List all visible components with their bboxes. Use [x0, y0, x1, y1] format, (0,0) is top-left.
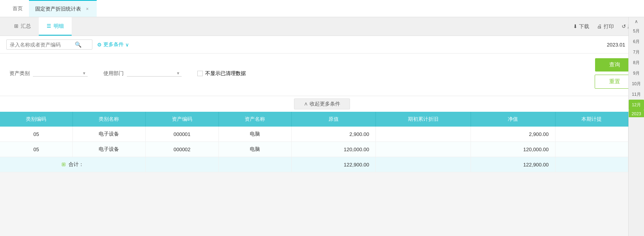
table-header-row: 类别编码 类别名称 资产编码 资产名称 原值 期初累计折旧 净值 本期计提	[0, 112, 628, 127]
total-current-provision	[555, 157, 628, 172]
collapse-row: ∧ 收起更多条件	[0, 96, 644, 112]
row2-current-provision	[555, 142, 628, 157]
sidebar-month-7[interactable]: 7月	[629, 47, 644, 57]
tab-detail[interactable]: ☰ 明细	[39, 17, 72, 36]
nav-tab-label: 固定资产折旧统计表	[35, 5, 81, 13]
nav-home[interactable]: 首页	[6, 0, 29, 17]
row1-current-provision	[555, 127, 628, 142]
data-table: 类别编码 类别名称 资产编码 资产名称 原值 期初累计折旧 净值 本期计提 05…	[0, 112, 628, 172]
row1-net-value: 2,900.00	[471, 127, 555, 142]
download-label: 下载	[579, 23, 589, 30]
row1-asset-code: 000001	[146, 127, 218, 142]
total-label: 合计：	[69, 161, 84, 167]
tab-summary[interactable]: ⊞ 汇总	[6, 17, 39, 36]
hide-cleared-label: 不显示已清理数据	[205, 70, 246, 77]
total-acc-depreciation	[376, 157, 471, 172]
sidebar-month-6[interactable]: 6月	[629, 36, 644, 47]
total-row: ⊞ 合计： 122,900.00 122,900.00	[0, 157, 628, 172]
filter-row: 资产类别 ▼ 使用部门 ▼ 不显示已清理数据 查询 重置	[9, 58, 635, 89]
th-original-value: 原值	[291, 112, 375, 127]
checkbox-box	[197, 71, 203, 76]
tab-detail-label: 明细	[54, 23, 64, 30]
department-arrow-icon: ▼	[176, 71, 180, 75]
more-conditions-label: 更多条件	[103, 41, 124, 48]
department-label: 使用部门	[103, 70, 124, 77]
sidebar-up-button[interactable]: ∧	[629, 17, 644, 26]
sidebar-year-badge[interactable]: 2023	[629, 110, 644, 117]
asset-category-label: 资产类别	[9, 70, 30, 77]
row1-category-name: 电子设备	[72, 127, 145, 142]
asset-category-filter: 资产类别 ▼	[9, 70, 88, 77]
total-original-value: 122,900.00	[291, 157, 375, 172]
table-row: 05 电子设备 000002 电脑 120,000.00 120,000.00	[0, 142, 628, 157]
row1-acc-depreciation	[376, 127, 471, 142]
download-icon: ⬇	[573, 23, 577, 29]
sidebar-month-11[interactable]: 11月	[629, 89, 644, 100]
row2-net-value: 120,000.00	[471, 142, 555, 157]
sidebar-month-10[interactable]: 10月	[629, 79, 644, 89]
th-category-code: 类别编码	[0, 112, 72, 127]
department-select[interactable]: ▼	[127, 70, 182, 77]
search-input[interactable]	[10, 42, 72, 48]
th-net-value: 净值	[471, 112, 555, 127]
sidebar-month-8[interactable]: 8月	[629, 57, 644, 68]
search-bar: 🔍 ⚙ 更多条件 ∨ 2023.01 ›	[0, 36, 644, 54]
asset-category-arrow-icon: ▼	[82, 71, 86, 75]
nav-tab-close-icon[interactable]: ×	[84, 6, 90, 12]
row2-asset-name: 电脑	[218, 142, 291, 157]
filter-icon: ⚙	[97, 42, 102, 48]
th-asset-name: 资产名称	[218, 112, 291, 127]
more-conditions-button[interactable]: ⚙ 更多条件 ∨	[97, 41, 129, 48]
search-icon: 🔍	[75, 41, 81, 48]
asset-category-select[interactable]: ▼	[33, 70, 88, 77]
row1-original-value: 2,900.00	[291, 127, 375, 142]
th-category-name: 类别名称	[72, 112, 145, 127]
row2-original-value: 120,000.00	[291, 142, 375, 157]
row1-category-code: 05	[0, 127, 72, 142]
row2-acc-depreciation	[376, 142, 471, 157]
th-current-provision: 本期计提	[555, 112, 628, 127]
total-empty2	[218, 157, 291, 172]
detail-icon: ☰	[47, 23, 51, 29]
date-label: 2023.01	[607, 42, 625, 48]
sidebar-month-5[interactable]: 5月	[629, 26, 644, 36]
th-asset-code: 资产编码	[146, 112, 218, 127]
row1-asset-name: 电脑	[218, 127, 291, 142]
filter-area: 资产类别 ▼ 使用部门 ▼ 不显示已清理数据 查询 重置	[0, 54, 644, 96]
total-empty1	[146, 157, 218, 172]
total-net-value: 122,900.00	[471, 157, 555, 172]
print-button[interactable]: 🖨 打印	[597, 23, 614, 30]
table-row: 05 电子设备 000001 电脑 2,900.00 2,900.00	[0, 127, 628, 142]
print-label: 打印	[604, 23, 614, 30]
summary-icon: ⊞	[14, 23, 18, 29]
hide-cleared-checkbox[interactable]: 不显示已清理数据	[197, 70, 246, 77]
right-sidebar: ∧ 5月 6月 7月 8月 9月 10月 11月 12月 2023	[628, 17, 644, 236]
chevron-down-icon: ∨	[125, 42, 129, 48]
row2-category-code: 05	[0, 142, 72, 157]
row2-category-name: 电子设备	[72, 142, 145, 157]
row2-asset-code: 000002	[146, 142, 218, 157]
sidebar-month-9[interactable]: 9月	[629, 68, 644, 79]
top-nav: 首页 固定资产折旧统计表 × ×	[0, 0, 644, 17]
refresh-icon: ↺	[622, 23, 626, 29]
total-label-cell: ⊞ 合计：	[0, 157, 146, 172]
nav-tab-active: 固定资产折旧统计表 ×	[29, 0, 97, 17]
department-filter: 使用部门 ▼	[103, 70, 182, 77]
search-input-wrap: 🔍	[6, 39, 92, 50]
table-container: 类别编码 类别名称 资产编码 资产名称 原值 期初累计折旧 净值 本期计提 05…	[0, 112, 628, 172]
main-container: ⊞ 汇总 ☰ 明细 ⬇ 下载 🖨 打印 ↺ 刷新 🔍	[0, 17, 644, 236]
th-acc-depreciation: 期初累计折旧	[376, 112, 471, 127]
print-icon: 🖨	[597, 23, 602, 29]
collapse-button[interactable]: ∧ 收起更多条件	[294, 98, 350, 109]
tab-bar: ⊞ 汇总 ☰ 明细 ⬇ 下载 🖨 打印 ↺ 刷新	[0, 17, 644, 36]
sidebar-month-12[interactable]: 12月	[629, 100, 644, 110]
download-button[interactable]: ⬇ 下载	[573, 23, 589, 30]
tab-summary-label: 汇总	[21, 23, 31, 30]
total-icon: ⊞	[61, 161, 66, 167]
